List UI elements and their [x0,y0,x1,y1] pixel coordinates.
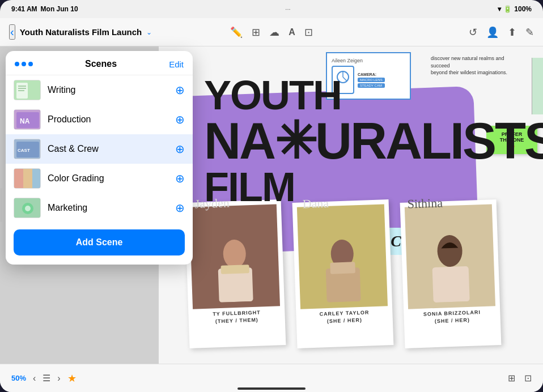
edge-handle[interactable] [0,188,2,222]
film-slide: YOUTH NA✳URALISTS FILM Aileen Zeigen [159,46,543,364]
cast-photo-3: Sithina SONIA BRIZZ [402,201,499,347]
image-icon[interactable]: ⊡ [304,26,313,39]
scene-thumb-marketing [14,198,41,218]
toolbar-right: ↺ 👤 ⬆ ✎ [359,26,534,39]
svg-point-9 [437,235,463,267]
scene-label-writing: Writing [48,85,168,95]
home-indicator [237,387,306,390]
back-button[interactable]: ‹ [9,24,15,40]
svg-rect-25 [32,169,41,189]
scene-label-marketing: Marketing [48,203,168,213]
cast-label-sonia: SONIA BRIZZOLARI (SHE / HER) [408,308,496,326]
edit-icon[interactable]: ✎ [525,26,534,39]
scene-item-production[interactable]: NA Production ⊕ [6,105,193,134]
status-bar: 9:41 AM Mon Jun 10 ··· ▾ 🔋 100% [0,0,543,18]
back-chevron-icon: ‹ [10,25,14,39]
add-scene-button[interactable]: Add Scene [14,229,185,255]
nav-back-button[interactable]: ‹ [33,373,36,384]
star-icon[interactable]: ★ [67,372,77,385]
scenes-header: Scenes Edit [6,51,193,75]
status-bar-center: ··· [285,6,290,12]
scene-thumb-cast: CAST [14,139,41,159]
cast-photo-2: Dana CARLEY TAYLOR [295,201,391,347]
share-icon[interactable]: ⬆ [508,26,516,39]
cast-card-sonia: Sithina SONIA BRIZZ [400,199,502,348]
toolbar-center: ✏️ ⊞ ☁ A ⊡ [184,26,359,39]
scene-label-cast: Cast & Crew [48,144,168,154]
wifi-icon: ▾ [498,5,501,13]
cloud-icon[interactable]: ☁ [269,26,279,39]
scenes-title: Scenes [85,59,117,69]
film-title-youth: YOUTH [204,75,543,116]
battery-label: 100% [514,5,532,13]
scene-item-writing[interactable]: Writing ⊕ [6,75,193,105]
cast-photos: Jayden TY FULLBRIGH [187,201,537,347]
scene-more-cast[interactable]: ⊕ [175,142,185,156]
top-toolbar: ‹ Youth Naturalists Film Launch ⌄ ✏️ ⊞ ☁… [0,18,543,46]
scenes-dots [15,62,33,66]
zoom-level[interactable]: 50% [11,374,26,382]
scene-thumb-writing [14,80,41,100]
scene-item-color-grading[interactable]: Color Grading ⊕ [6,164,193,193]
cast-card-ty: Jayden TY FULLBRIGH [185,199,286,348]
svg-rect-10 [432,266,470,302]
film-title-naturalists: NA✳URALISTS [204,116,543,167]
status-bar-right: ▾ 🔋 100% [498,5,532,13]
layout-icon[interactable]: ⊡ [524,373,532,384]
film-title-film: FILM [204,167,543,207]
dot-1 [15,62,19,66]
svg-rect-23 [14,169,23,189]
description-text: discover new natural realms and succeedb… [431,55,521,76]
bottom-toolbar-left: 50% ‹ ☰ › ★ [11,372,77,385]
outline-icon[interactable]: ☰ [43,373,50,384]
scenes-panel: Scenes Edit Writing ⊕ [6,51,193,265]
svg-rect-8 [330,262,355,274]
toolbar-left: ‹ Youth Naturalists Film Launch ⌄ [9,24,184,40]
dot-3 [28,62,33,66]
svg-point-28 [25,206,31,211]
scene-thumb-production: NA [14,109,41,130]
status-date: Mon Jun 10 [41,5,78,13]
text-icon[interactable]: A [289,27,295,37]
scene-more-writing[interactable]: ⊕ [175,83,185,97]
svg-text:CAST: CAST [18,148,30,153]
pencil-icon[interactable]: ✏️ [230,26,243,39]
cast-label-carley: CARLEY TAYLOR (SHE / HER) [300,308,388,326]
bottom-toolbar-right: ⊞ ⊡ [508,373,532,384]
cast-photo-sonia [405,204,495,309]
collaborators-icon[interactable]: 👤 [486,26,499,39]
scene-thumb-color [14,168,41,189]
scene-more-color[interactable]: ⊕ [175,172,185,185]
dot-2 [22,62,26,66]
title-chevron-icon[interactable]: ⌄ [146,28,152,36]
document-title: Youth Naturalists Film Launch [20,27,142,37]
scene-more-production[interactable]: ⊕ [175,113,185,126]
status-bar-left: 9:41 AM Mon Jun 10 [11,5,78,13]
grid-icon[interactable]: ⊞ [252,26,260,39]
cast-label-ty: TY FULLBRIGHT (THEY / THEM) [193,308,281,326]
cast-photo-ty [189,204,280,309]
svg-rect-24 [23,169,32,189]
scene-more-marketing[interactable]: ⊕ [175,201,185,215]
nav-forward-button[interactable]: › [57,373,60,384]
annotator-name: Aileen Zeigen [332,58,405,63]
scene-item-cast-crew[interactable]: CAST Cast & Crew ⊕ [6,134,193,164]
svg-text:NA: NA [20,117,30,125]
svg-point-3 [223,239,247,268]
undo-icon[interactable]: ↺ [469,26,477,39]
cast-card-carley: Dana CARLEY TAYLOR [292,199,394,348]
scene-label-production: Production [48,114,168,125]
hierarchy-icon[interactable]: ⊞ [508,373,515,384]
scene-item-marketing[interactable]: Marketing ⊕ [6,193,193,223]
battery-icon: 🔋 [503,5,512,13]
status-time: 9:41 AM [11,5,37,13]
scenes-edit-button[interactable]: Edit [169,59,184,69]
cast-photo-1: Jayden TY FULLBRIGH [187,201,283,347]
svg-rect-5 [220,265,249,274]
film-title-block: YOUTH NA✳URALISTS FILM [204,75,543,207]
scene-label-color: Color Grading [48,173,168,184]
cast-photo-carley [297,204,388,309]
